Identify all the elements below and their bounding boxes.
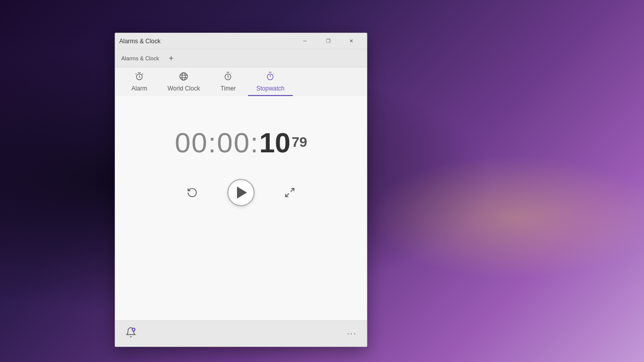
nav-tabs: Alarm World Clock	[115, 67, 367, 96]
tab-stopwatch[interactable]: Stopwatch	[248, 67, 292, 96]
more-options-button[interactable]: ···	[347, 329, 357, 338]
stopwatch-centiseconds: 79	[291, 134, 307, 150]
svg-point-6	[268, 74, 274, 80]
svg-point-2	[182, 73, 186, 80]
app-window: Alarms & Clock ─ ❐ ✕ Alarms & Clock +	[115, 33, 367, 347]
stopwatch-icon	[265, 71, 275, 84]
sep1: :	[208, 126, 217, 159]
tab-alarm-label: Alarm	[131, 85, 147, 92]
title-bar: Alarms & Clock ─ ❐ ✕	[115, 33, 367, 49]
stopwatch-minutes: 00	[217, 126, 250, 159]
tab-world-clock[interactable]: World Clock	[159, 67, 208, 96]
tab-timer[interactable]: Timer	[208, 67, 248, 96]
window-controls: ─ ❐ ✕	[293, 33, 363, 49]
tab-alarm[interactable]: Alarm	[119, 67, 159, 96]
add-tab-button[interactable]: +	[163, 50, 179, 66]
window-title: Alarms & Clock	[119, 38, 293, 45]
stopwatch-hours: 00	[175, 126, 208, 159]
sep2: :	[251, 126, 260, 159]
expand-button[interactable]	[279, 182, 301, 204]
svg-point-1	[180, 73, 188, 80]
svg-line-8	[286, 194, 289, 197]
svg-line-7	[291, 189, 294, 192]
tab-stopwatch-label: Stopwatch	[256, 85, 284, 92]
alarm-icon	[134, 71, 144, 84]
tab-world-clock-label: World Clock	[168, 85, 200, 92]
browser-tab-title: Alarms & Clock	[117, 55, 163, 61]
stopwatch-display: 00 : 00 : 10 79	[175, 126, 307, 159]
footer: ···	[115, 320, 367, 346]
alarm-bell-button[interactable]	[125, 327, 136, 340]
timer-icon	[223, 71, 233, 84]
tab-bar: Alarms & Clock +	[115, 49, 367, 67]
minimize-button[interactable]: ─	[293, 33, 316, 49]
tab-timer-label: Timer	[220, 85, 235, 92]
close-button[interactable]: ✕	[340, 33, 363, 49]
play-button[interactable]	[227, 179, 255, 206]
main-content: 00 : 00 : 10 79	[115, 96, 367, 320]
maximize-button[interactable]: ❐	[316, 33, 340, 49]
centiseconds-value: 79	[291, 134, 307, 150]
world-clock-icon	[179, 71, 189, 84]
reset-button[interactable]	[181, 182, 203, 204]
stopwatch-seconds: 10	[259, 126, 290, 159]
controls	[181, 179, 301, 206]
play-icon	[237, 187, 247, 199]
